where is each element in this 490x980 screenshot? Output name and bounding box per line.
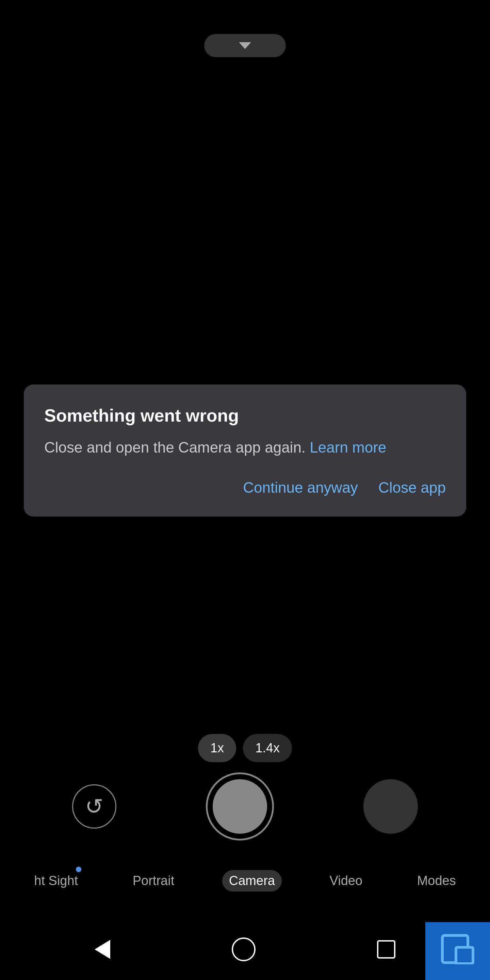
nav-recent-button[interactable] xyxy=(377,940,395,959)
mode-selector: ht Sight Portrait Camera Video Modes xyxy=(0,870,490,891)
nav-home-icon xyxy=(232,937,256,961)
mode-camera-label: Camera xyxy=(229,873,275,888)
zoom-controls: 1x 1.4x xyxy=(198,734,292,762)
nav-recent-icon xyxy=(377,940,395,959)
mode-video[interactable]: Video xyxy=(323,870,369,891)
dropdown-pill[interactable] xyxy=(204,34,286,57)
mode-dot-icon xyxy=(76,867,81,872)
gsam-icon xyxy=(441,934,475,969)
mode-video-label: Video xyxy=(330,873,363,888)
mode-camera[interactable]: Camera xyxy=(222,870,282,891)
zoom-1-4x-button[interactable]: 1.4x xyxy=(243,734,292,762)
shutter-inner xyxy=(213,779,267,834)
dialog-learn-more-link[interactable]: Learn more xyxy=(310,439,386,456)
mode-modes-label: Modes xyxy=(417,873,456,888)
dialog-body-text: Close and open the Camera app again. xyxy=(44,439,305,456)
gsam-overlay[interactable] xyxy=(425,922,490,980)
mode-portrait-label: Portrait xyxy=(133,873,174,888)
error-dialog: Something went wrong Close and open the … xyxy=(24,385,466,517)
nav-back-button[interactable] xyxy=(95,940,110,959)
mode-night-sight-label: ht Sight xyxy=(34,873,78,888)
flip-camera-icon: ↺ xyxy=(85,794,103,819)
nav-back-icon xyxy=(95,940,110,959)
nav-home-button[interactable] xyxy=(232,937,256,961)
svg-rect-1 xyxy=(456,947,473,964)
nav-bar xyxy=(0,919,490,980)
close-app-button[interactable]: Close app xyxy=(379,476,446,500)
dialog-title: Something went wrong xyxy=(44,405,446,426)
thumbnail-button[interactable] xyxy=(363,779,418,834)
camera-screen: Something went wrong Close and open the … xyxy=(0,0,490,980)
continue-anyway-button[interactable]: Continue anyway xyxy=(243,476,358,500)
zoom-1x-button[interactable]: 1x xyxy=(198,734,236,762)
camera-controls: ↺ xyxy=(0,772,490,840)
dialog-actions: Continue anyway Close app xyxy=(44,476,446,500)
mode-portrait[interactable]: Portrait xyxy=(126,870,181,891)
chevron-down-icon xyxy=(239,42,251,49)
flip-camera-button[interactable]: ↺ xyxy=(72,784,116,829)
mode-modes[interactable]: Modes xyxy=(410,870,463,891)
camera-viewfinder: Something went wrong Close and open the … xyxy=(0,0,490,919)
dialog-body: Close and open the Camera app again. Lea… xyxy=(44,436,446,459)
mode-night-sight[interactable]: ht Sight xyxy=(27,870,85,891)
shutter-button[interactable] xyxy=(206,772,274,840)
